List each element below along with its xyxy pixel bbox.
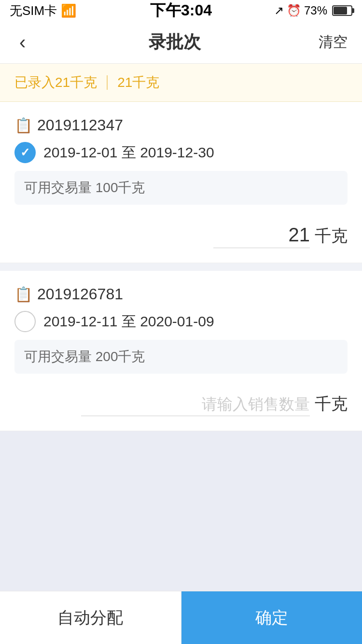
- batch-2-icon: 📋: [14, 286, 32, 303]
- batch-2-qty-row: 千克: [0, 383, 362, 431]
- batch-2-radio[interactable]: [14, 311, 36, 332]
- total-info: 21千克: [117, 73, 159, 92]
- auto-distribute-button[interactable]: 自动分配: [0, 591, 181, 644]
- batch-1-qty-row: 21 千克: [0, 214, 362, 263]
- batch-1-qty-value: 21: [289, 224, 310, 245]
- batch-1-date-row: 2019-12-01 至 2019-12-30: [14, 142, 348, 163]
- batch-item-2: 📋 2019126781 2019-12-11 至 2020-01-09 可用交…: [0, 271, 362, 374]
- nav-bar: ‹ 录批次 清空: [0, 21, 362, 64]
- status-time: 下午3:04: [150, 0, 212, 21]
- batch-1-date: 2019-12-01 至 2019-12-30: [43, 143, 214, 163]
- batch-1-radio[interactable]: [14, 142, 36, 163]
- batch-2-unit: 千克: [315, 393, 348, 415]
- batch-1-unit: 千克: [315, 225, 348, 247]
- status-bar: 无SIM卡 📶 下午3:04 ↗ ⏰ 73%: [0, 0, 362, 21]
- alarm-icon: ⏰: [287, 4, 301, 17]
- batch-2-qty-input[interactable]: [81, 393, 310, 414]
- wifi-icon: 📶: [61, 3, 76, 18]
- batch-2-id: 2019126781: [37, 285, 123, 303]
- batch-2-date: 2019-12-11 至 2020-01-09: [43, 312, 214, 332]
- batch-2-header: 📋 2019126781: [14, 285, 348, 303]
- page-title: 录批次: [149, 30, 201, 54]
- status-right: ↗ ⏰ 73%: [274, 4, 352, 17]
- back-button[interactable]: ‹: [14, 27, 30, 58]
- battery-icon: [332, 5, 352, 16]
- location-icon: ↗: [274, 4, 284, 17]
- info-divider: [107, 75, 108, 90]
- clear-button[interactable]: 清空: [319, 32, 348, 52]
- batch-2-available: 可用交易量 200千克: [14, 340, 348, 374]
- battery-percent: 73%: [304, 4, 327, 17]
- batch-2-qty-wrap: 千克: [14, 393, 348, 416]
- batch-1-header: 📋 2019112347: [14, 116, 348, 134]
- batch-1-available: 可用交易量 100千克: [14, 171, 348, 205]
- batch-list: 📋 2019112347 2019-12-01 至 2019-12-30 可用交…: [0, 102, 362, 431]
- status-carrier: 无SIM卡 📶: [10, 2, 76, 19]
- batch-2-date-row: 2019-12-11 至 2020-01-09: [14, 311, 348, 332]
- confirm-button[interactable]: 确定: [181, 591, 362, 644]
- batch-1-icon: 📋: [14, 117, 32, 134]
- info-banner: 已录入21千克 21千克: [0, 64, 362, 102]
- batch-1-id: 2019112347: [37, 116, 123, 134]
- recorded-info: 已录入21千克: [14, 73, 97, 92]
- carrier-text: 无SIM卡: [10, 2, 57, 19]
- batch-1-qty-wrap: 21 千克: [14, 224, 348, 248]
- bottom-bar: 自动分配 确定: [0, 591, 362, 644]
- section-divider: [0, 263, 362, 271]
- batch-item-1: 📋 2019112347 2019-12-01 至 2019-12-30 可用交…: [0, 102, 362, 205]
